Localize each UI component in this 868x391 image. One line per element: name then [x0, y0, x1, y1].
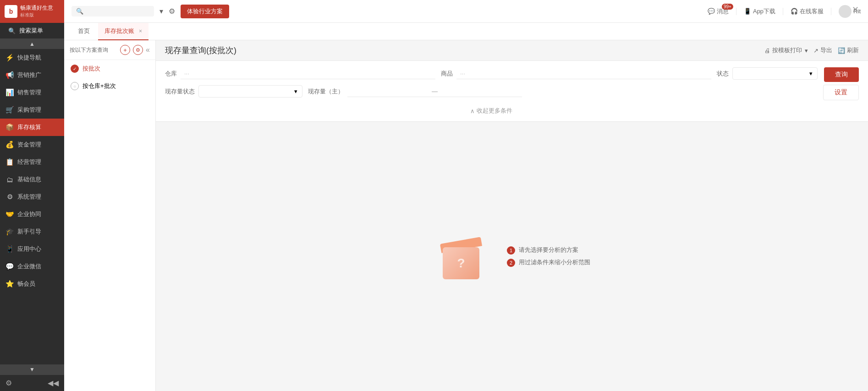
nav-label-sales: 销售管理: [17, 88, 41, 97]
nav-label-marketing: 营销推广: [17, 71, 41, 79]
refresh-label: 刷新: [847, 46, 859, 54]
status-label: 状态: [717, 70, 729, 78]
nav-icon-wechat: 💬: [5, 262, 14, 271]
collapse-label: 收起更多条件: [477, 107, 512, 115]
tab-inventory-batch[interactable]: 库存批次账 ×: [98, 23, 148, 40]
app-download-label: App下载: [753, 7, 775, 16]
refresh-icon: 🔄: [838, 47, 845, 54]
scheme-label-by-warehouse-batch: 按仓库+批次: [82, 82, 116, 90]
warehouse-field: 仓库 ···: [165, 68, 435, 79]
stock-status-chevron: ▾: [294, 88, 297, 95]
query-btn[interactable]: 查询: [824, 67, 859, 82]
online-support[interactable]: 🎧 在线客服: [791, 7, 824, 16]
sidebar-item-basics[interactable]: 🗂 基础信息: [0, 171, 64, 188]
nav-label-guide: 新手引导: [17, 228, 41, 236]
topbar-gear-icon[interactable]: ▾: [159, 7, 163, 16]
sidebar-item-sales[interactable]: 📊 销售管理: [0, 84, 64, 101]
collapse-filter-row[interactable]: ∧ 收起更多条件: [165, 103, 818, 115]
sidebar-item-guide[interactable]: 🎓 新手引导: [0, 223, 64, 240]
app-edition: 标准版: [20, 12, 53, 18]
scroll-up-btn[interactable]: ▲: [0, 39, 64, 49]
search-menu[interactable]: 🔍 搜索菜单: [0, 23, 64, 39]
trial-btn[interactable]: 体验行业方案: [181, 5, 229, 18]
sidebar-item-wechat[interactable]: 💬 企业微信: [0, 258, 64, 275]
warehouse-input[interactable]: ···: [181, 68, 435, 79]
sidebar-item-enterprise[interactable]: 🤝 企业协同: [0, 206, 64, 223]
sidebar-item-apps[interactable]: 📱 应用中心: [0, 240, 64, 258]
nav-icon-marketing: 📢: [5, 71, 14, 79]
set-btn[interactable]: 设置: [823, 85, 859, 100]
tabs-bar: 首页 库存批次账 × ✕: [64, 23, 868, 40]
sidebar-item-purchase[interactable]: 🛒 采购管理: [0, 101, 64, 119]
topbar-search-icon: 🔍: [76, 8, 83, 15]
stock-qty-field: 现存量（主） —: [308, 86, 445, 97]
user-avatar: [839, 5, 852, 18]
refresh-btn[interactable]: 🔄 刷新: [838, 46, 859, 54]
topbar-settings-icon[interactable]: ⚙: [169, 7, 175, 16]
box-body: [443, 247, 479, 279]
sidebar-gear-icon[interactable]: ⚙: [5, 379, 12, 387]
app-download[interactable]: 📱 App下载: [744, 7, 775, 16]
scheme-item-by-warehouse-batch[interactable]: ○ 按仓库+批次: [64, 77, 155, 95]
hint-2-text: 用过滤条件来缩小分析范围: [519, 258, 590, 266]
app-info: 畅康通好生意 标准版: [20, 5, 53, 18]
product-input[interactable]: ···: [456, 68, 711, 79]
scheme-settings-btn[interactable]: ⚙: [133, 45, 143, 55]
stock-qty-min[interactable]: [347, 88, 432, 95]
hint-1: 1 请先选择要分析的方案: [507, 246, 590, 255]
search-menu-label: 搜索菜单: [19, 27, 43, 35]
sidebar-collapse-icon[interactable]: ◀◀: [48, 379, 59, 387]
print-btn[interactable]: 🖨 按模板打印 ▾: [764, 46, 808, 54]
nav-icon-basics: 🗂: [5, 176, 14, 184]
export-btn[interactable]: ↗ 导出: [813, 46, 832, 54]
stock-status-select[interactable]: ▾: [198, 85, 302, 98]
page-title: 现存量查询(按批次): [165, 45, 236, 56]
sidebar-item-marketing[interactable]: 📢 营销推广: [0, 66, 64, 84]
range-dash: —: [432, 88, 438, 95]
sidebar-item-inventory[interactable]: 📦 库存核算: [0, 119, 64, 136]
sidebar-item-quick-nav[interactable]: ⚡ 快捷导航: [0, 49, 64, 66]
sidebar-item-operations[interactable]: 📋 经营管理: [0, 153, 64, 171]
hint-1-text: 请先选择要分析的方案: [519, 246, 578, 254]
scroll-down-btn[interactable]: ▼: [0, 364, 64, 375]
company-name: 畅康通好生意: [20, 5, 53, 12]
nav-label-purchase: 采购管理: [17, 106, 41, 114]
nav-icon-sales: 📊: [5, 88, 14, 97]
filter-area: 仓库 ··· 商品 ···: [156, 61, 868, 122]
add-scheme-btn[interactable]: +: [120, 45, 130, 55]
main-content: 🔍 ▾ ⚙ 体验行业方案 💬 消息 99+ 📱 App下载 🎧 在线客服: [64, 0, 868, 391]
stock-status-label: 现存量状态: [165, 87, 195, 96]
sidebar-item-system[interactable]: ⚙ 系统管理: [0, 188, 64, 206]
status-chevron: ▾: [809, 70, 813, 77]
stock-qty-label: 现存量（主）: [308, 87, 344, 96]
stock-qty-max[interactable]: [438, 88, 522, 95]
tab-home[interactable]: 首页: [71, 23, 96, 40]
topbar-search-box[interactable]: 🔍: [71, 6, 154, 16]
hint-2-num: 2: [507, 259, 515, 267]
sidebar-item-finance[interactable]: 💰 资金管理: [0, 136, 64, 153]
tab-close-btn[interactable]: ×: [139, 28, 142, 34]
scheme-icon-by-batch: ✓: [71, 65, 79, 73]
print-dropdown-icon[interactable]: ▾: [805, 47, 808, 54]
left-panel-title: 按以下方案查询: [70, 46, 108, 54]
scheme-list: ✓ 按批次 ○ 按仓库+批次: [64, 60, 155, 95]
nav-icon-finance: 💰: [5, 141, 14, 149]
nav-icon-guide: 🎓: [5, 228, 14, 236]
collapse-icon: ∧: [470, 108, 475, 114]
messages-badge[interactable]: 💬 消息 99+: [708, 7, 729, 16]
topbar-search-input[interactable]: [85, 8, 140, 15]
panel-close-btn[interactable]: ✕: [852, 5, 859, 15]
status-select[interactable]: ▾: [732, 67, 818, 80]
left-panel-actions: + ⚙ «: [120, 45, 150, 55]
empty-state: 1 请先选择要分析的方案 2 用过滤条件来缩小分析范围: [156, 122, 868, 391]
nav-label-enterprise: 企业协同: [17, 210, 41, 218]
nav-label-wechat: 企业微信: [17, 262, 41, 271]
nav-icon-member: ⭐: [5, 280, 14, 288]
filter-action-col: 查询 设置: [823, 67, 859, 100]
sidebar-item-member[interactable]: ⭐ 畅会员: [0, 275, 64, 293]
nav-icon-quick-nav: ⚡: [5, 54, 14, 62]
left-panel-collapse-btn[interactable]: «: [146, 46, 150, 54]
hint-2: 2 用过滤条件来缩小分析范围: [507, 258, 590, 267]
scheme-item-by-batch[interactable]: ✓ 按批次: [64, 60, 155, 77]
topbar: 🔍 ▾ ⚙ 体验行业方案 💬 消息 99+ 📱 App下载 🎧 在线客服: [64, 0, 868, 23]
